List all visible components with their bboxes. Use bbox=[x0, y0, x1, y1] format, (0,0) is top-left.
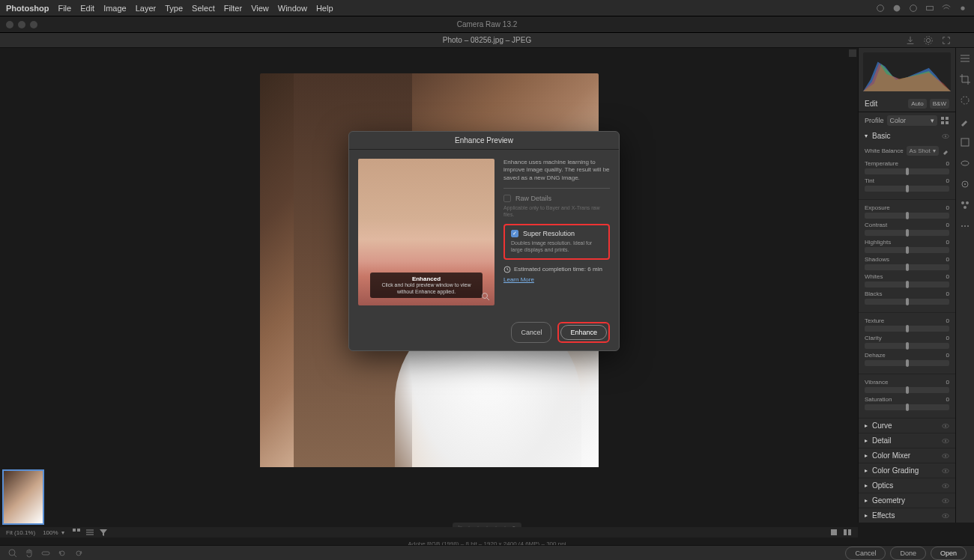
zoom-select[interactable]: 100% ▾ bbox=[43, 529, 64, 536]
enhance-button[interactable]: Enhance bbox=[560, 325, 607, 340]
done-button[interactable]: Done bbox=[890, 547, 926, 560]
slider-saturation[interactable]: Saturation0 bbox=[865, 396, 949, 410]
section-geometry[interactable]: ▸Geometry bbox=[859, 493, 955, 508]
menu-layer[interactable]: Layer bbox=[136, 4, 157, 13]
tool-strip bbox=[955, 48, 974, 523]
slider-exposure[interactable]: Exposure0 bbox=[865, 204, 949, 219]
svg-rect-46 bbox=[844, 529, 847, 535]
profile-select[interactable]: Color▾ bbox=[887, 115, 937, 126]
auto-button[interactable]: Auto bbox=[908, 99, 926, 109]
svg-point-14 bbox=[945, 424, 947, 427]
slider-tint[interactable]: Tint0 bbox=[865, 177, 949, 192]
hand-icon[interactable] bbox=[24, 548, 34, 559]
eyedropper-icon[interactable] bbox=[942, 147, 949, 155]
enhance-preview-image[interactable]: Enhanced Click and hold preview window t… bbox=[358, 159, 494, 305]
eye-icon[interactable] bbox=[942, 467, 949, 475]
section-detail[interactable]: ▸Detail bbox=[859, 433, 955, 448]
section-color grading[interactable]: ▸Color Grading bbox=[859, 463, 955, 478]
cancel-button[interactable]: Cancel bbox=[511, 322, 551, 343]
menu-file[interactable]: File bbox=[58, 4, 71, 13]
profile-row: Profile Color▾ bbox=[859, 112, 955, 129]
fullscreen-icon[interactable] bbox=[941, 35, 952, 46]
more-tool-icon[interactable] bbox=[959, 220, 971, 232]
list-view-icon[interactable] bbox=[85, 528, 94, 537]
zoom-plus-icon[interactable] bbox=[7, 548, 18, 559]
crop-tool-icon[interactable] bbox=[959, 73, 971, 85]
svg-rect-43 bbox=[73, 529, 76, 532]
grid-view-icon[interactable] bbox=[72, 528, 81, 537]
slider-contrast[interactable]: Contrast0 bbox=[865, 222, 949, 236]
brush-tool-icon[interactable] bbox=[959, 115, 971, 127]
rotate-ccw-icon[interactable] bbox=[57, 548, 67, 559]
eye-icon[interactable] bbox=[942, 482, 949, 490]
slider-texture[interactable]: Texture0 bbox=[865, 317, 949, 332]
eye-icon[interactable] bbox=[942, 452, 949, 460]
zoom-icon[interactable] bbox=[481, 292, 490, 301]
svg-rect-3 bbox=[927, 6, 934, 10]
basic-header[interactable]: ▾Basic bbox=[859, 129, 955, 143]
menu-photoshop[interactable]: Photoshop bbox=[6, 4, 49, 13]
slider-clarity[interactable]: Clarity0 bbox=[865, 335, 949, 349]
traffic-lights[interactable] bbox=[6, 21, 37, 28]
svg-rect-10 bbox=[946, 121, 949, 124]
eye-icon[interactable] bbox=[942, 437, 949, 445]
eye-icon[interactable] bbox=[942, 512, 949, 520]
section-curve[interactable]: ▸Curve bbox=[859, 419, 955, 433]
bottom-cancel-button[interactable]: Cancel bbox=[845, 547, 886, 560]
menu-help[interactable]: Help bbox=[316, 4, 333, 13]
menu-edit[interactable]: Edit bbox=[80, 4, 94, 13]
edit-tool-icon[interactable] bbox=[959, 52, 971, 64]
section-color mixer[interactable]: ▸Color Mixer bbox=[859, 448, 955, 463]
clip-warning-right[interactable] bbox=[849, 49, 856, 57]
save-icon[interactable] bbox=[905, 35, 916, 46]
radial-tool-icon[interactable] bbox=[959, 157, 971, 169]
bw-button[interactable]: B&W bbox=[930, 99, 949, 109]
timer-icon bbox=[503, 266, 511, 273]
presets-tool-icon[interactable] bbox=[959, 199, 971, 211]
gradient-tool-icon[interactable] bbox=[959, 136, 971, 148]
eye-icon[interactable] bbox=[942, 497, 949, 505]
filter-icon[interactable] bbox=[99, 528, 108, 537]
eye-icon[interactable] bbox=[942, 133, 949, 140]
svg-point-34 bbox=[961, 201, 964, 204]
action-bar: Cancel Done Open bbox=[0, 545, 974, 560]
menu-filter[interactable]: Filter bbox=[224, 4, 242, 13]
wb-select[interactable]: As Shot▾ bbox=[907, 146, 939, 156]
profile-grid-icon[interactable] bbox=[940, 116, 949, 125]
learn-more-link[interactable]: Learn More bbox=[503, 276, 534, 283]
slider-whites[interactable]: Whites0 bbox=[865, 273, 949, 287]
single-view-icon[interactable] bbox=[829, 528, 838, 537]
heal-tool-icon[interactable] bbox=[959, 94, 971, 106]
svg-line-41 bbox=[487, 298, 489, 300]
sync-icon bbox=[908, 3, 919, 13]
svg-rect-45 bbox=[831, 529, 837, 535]
redeye-tool-icon[interactable] bbox=[959, 178, 971, 190]
rotate-cw-icon[interactable] bbox=[73, 548, 84, 559]
super-resolution-checkbox[interactable] bbox=[511, 230, 518, 237]
menu-type[interactable]: Type bbox=[165, 4, 183, 13]
histogram[interactable] bbox=[863, 52, 951, 91]
svg-rect-47 bbox=[848, 529, 851, 535]
slider-dehaze[interactable]: Dehaze0 bbox=[865, 352, 949, 366]
thumbnail[interactable] bbox=[2, 469, 44, 525]
slider-shadows[interactable]: Shadows0 bbox=[865, 256, 949, 270]
section-optics[interactable]: ▸Optics bbox=[859, 478, 955, 493]
slider-vibrance[interactable]: Vibrance0 bbox=[865, 379, 949, 393]
menu-window[interactable]: Window bbox=[278, 4, 307, 13]
menu-select[interactable]: Select bbox=[192, 4, 215, 13]
fit-label[interactable]: Fit (10.1%) bbox=[6, 529, 35, 536]
svg-point-39 bbox=[967, 225, 969, 227]
compare-view-icon[interactable] bbox=[843, 528, 852, 537]
slider-highlights[interactable]: Highlights0 bbox=[865, 239, 949, 253]
svg-point-0 bbox=[877, 4, 884, 11]
slider-temperature[interactable]: Temperature0 bbox=[865, 160, 949, 174]
menu-view[interactable]: View bbox=[251, 4, 269, 13]
settings-icon[interactable] bbox=[923, 35, 934, 46]
menu-image[interactable]: Image bbox=[103, 4, 127, 13]
toggle-icon[interactable] bbox=[40, 548, 51, 559]
eye-icon[interactable] bbox=[942, 422, 949, 430]
svg-rect-30 bbox=[961, 139, 969, 146]
section-effects[interactable]: ▸Effects bbox=[859, 508, 955, 523]
open-button[interactable]: Open bbox=[931, 547, 967, 560]
slider-blacks[interactable]: Blacks0 bbox=[865, 290, 949, 305]
